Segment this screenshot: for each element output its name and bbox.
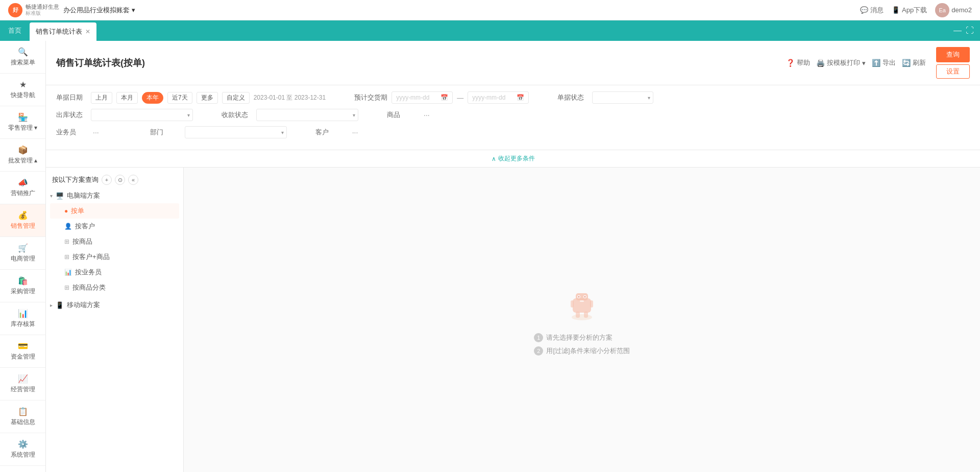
messages-btn[interactable]: 💬 消息 — [860, 6, 884, 15]
scheme-item-by-goodscat-label: 按商品分类 — [72, 283, 106, 292]
receipt-status-select[interactable] — [256, 109, 358, 121]
tab-close-icon[interactable]: ✕ — [85, 28, 90, 35]
sidebar-item-basics[interactable]: 📋 基础信息 — [0, 400, 45, 433]
scheme-item-by-cg-label: 按客户+商品 — [72, 252, 110, 262]
tip-1-label: 请先选择要分析的方案 — [546, 333, 612, 342]
scheme-item-by-staff[interactable]: 📊 按业务员 — [50, 265, 179, 280]
sidebar-item-ecommerce[interactable]: 🛒 电商管理 — [0, 237, 45, 270]
company-selector[interactable]: 办公用品行业模拟账套 ▾ — [63, 6, 135, 15]
setting-btn[interactable]: 设置 — [936, 64, 970, 79]
mobile-group-label: 移动端方案 — [67, 300, 100, 310]
query-btn[interactable]: 查询 — [936, 47, 970, 62]
refresh-icon: 🔄 — [902, 59, 911, 67]
scheme-group-mobile-header[interactable]: ▸ 📱 移动端方案 — [46, 297, 183, 313]
scheme-collapse-btn[interactable]: « — [128, 175, 138, 185]
help-btn[interactable]: ❓ 帮助 — [786, 58, 810, 67]
template-print-btn[interactable]: 🖨️ 按模板打印 ▾ — [816, 58, 866, 67]
export-btn[interactable]: ⬆️ 导出 — [872, 58, 896, 67]
main-layout: 🔍 搜索菜单 ★ 快捷导航 🏪 零售管理 ▾ 📦 批发管理 ▴ 📣 营销推广 💰… — [0, 41, 980, 472]
query-setting-group: 查询 设置 — [936, 47, 970, 79]
company-dropdown-icon: ▾ — [132, 6, 135, 14]
tab-minimize-btn[interactable]: — — [953, 26, 962, 35]
collapse-btn[interactable]: ∧ 收起更多条件 — [492, 154, 535, 163]
print-icon: 🖨️ — [816, 59, 825, 67]
sidebar-item-purchase[interactable]: 🛍️ 采购管理 — [0, 270, 45, 302]
sidebar-item-operations[interactable]: 📈 经营管理 — [0, 368, 45, 400]
purchase-icon: 🛍️ — [18, 276, 28, 286]
sidebar-item-sales[interactable]: 💰 销售管理 — [0, 204, 45, 237]
scheme-item-by-customer[interactable]: 👤 按客户 — [50, 219, 179, 234]
filter-area: 单据日期 上月 本月 本年 近7天 更多 自定义 2023-01-01 至 20… — [46, 85, 980, 150]
avatar: Ea — [935, 3, 949, 17]
tip-2-label: 用[过滤]条件来缩小分析范围 — [546, 346, 629, 356]
svg-rect-10 — [576, 312, 580, 318]
date-range-display: 2023-01-01 至 2023-12-31 — [254, 93, 326, 102]
date-btn-more[interactable]: 更多 — [197, 92, 218, 104]
sidebar-item-quicknav[interactable]: ★ 快捷导航 — [0, 74, 45, 106]
export-icon: ⬆️ — [872, 59, 880, 67]
dept-select[interactable] — [185, 126, 287, 138]
customer-ellipsis-btn[interactable]: ··· — [350, 126, 360, 138]
sidebar-item-search-label: 搜索菜单 — [11, 58, 35, 67]
date-btn-this-year[interactable]: 本年 — [142, 92, 163, 104]
tab-home[interactable]: 首页 — [0, 20, 30, 41]
sidebar-item-retail[interactable]: 🏪 零售管理 ▾ — [0, 106, 45, 139]
sidebar-item-inventory-label: 库存核算 — [11, 320, 35, 328]
sidebar-item-search[interactable]: 🔍 搜索菜单 — [0, 41, 45, 74]
by-cg-icon: ⊞ — [64, 253, 69, 261]
out-status-select[interactable] — [91, 109, 193, 121]
message-icon: 💬 — [860, 6, 868, 14]
sidebar-item-inventory[interactable]: 📊 库存核算 — [0, 302, 45, 335]
user-area[interactable]: Ea demo2 — [935, 3, 972, 17]
date-btn-last-month[interactable]: 上月 — [91, 92, 112, 104]
tip-num-1: 1 — [534, 333, 543, 342]
by-staff-icon: 📊 — [64, 269, 72, 276]
svg-rect-9 — [590, 300, 593, 308]
scheme-copy-btn[interactable]: ⊙ — [115, 175, 125, 185]
sidebar-item-system[interactable]: ⚙️ 系统管理 — [0, 433, 45, 466]
page-actions: ❓ 帮助 🖨️ 按模板打印 ▾ ⬆️ 导出 🔄 刷新 查询 — [786, 47, 970, 79]
tab-sales-order-stat[interactable]: 销售订单统计表 ✕ — [30, 22, 96, 41]
app-download-btn[interactable]: 📱 App下载 — [892, 6, 927, 15]
sidebar-item-retail-label: 零售管理 ▾ — [8, 124, 37, 132]
date-btn-7days[interactable]: 近7天 — [167, 92, 192, 104]
tab-bar-actions: — ⛶ — [953, 26, 980, 35]
scheme-group-mobile: ▸ 📱 移动端方案 — [46, 297, 183, 313]
sidebar-item-enterprise[interactable]: 🤝 企业协同 — [0, 466, 45, 472]
out-status-select-wrap: ▾ — [91, 109, 193, 121]
filter-row-date: 单据日期 上月 本月 本年 近7天 更多 自定义 2023-01-01 至 20… — [56, 91, 970, 104]
help-label: 帮助 — [797, 58, 810, 67]
scheme-list-pc: ● 按单 👤 按客户 ⊞ 按商品 ⊞ 按客户+ — [46, 203, 183, 295]
staff-ellipsis-btn[interactable]: ··· — [91, 126, 101, 138]
scheme-item-by-customer-goods[interactable]: ⊞ 按客户+商品 — [50, 249, 179, 265]
scheme-group-pc-header[interactable]: ▾ 🖥️ 电脑端方案 — [46, 188, 183, 203]
quicknav-icon: ★ — [19, 80, 27, 89]
scheme-item-by-goods-label: 按商品 — [72, 237, 92, 246]
refresh-btn[interactable]: 🔄 刷新 — [902, 58, 926, 67]
date-btn-custom[interactable]: 自定义 — [222, 92, 250, 104]
scheme-item-by-goods[interactable]: ⊞ 按商品 — [50, 234, 179, 249]
sidebar-item-wholesale[interactable]: 📦 批发管理 ▴ — [0, 139, 45, 172]
refresh-label: 刷新 — [913, 58, 926, 67]
scheme-panel: 按以下方案查询 + ⊙ « ▾ 🖥️ 电脑端方案 ● 按单 — [46, 168, 184, 472]
basics-icon: 📋 — [18, 407, 28, 416]
empty-state: 1 请先选择要分析的方案 2 用[过滤]条件来缩小分析范围 — [534, 284, 629, 356]
delivery-date-start[interactable]: yyyy-mm-dd 📅 — [391, 91, 453, 104]
sidebar-item-marketing[interactable]: 📣 营销推广 — [0, 172, 45, 204]
scheme-group-pc: ▾ 🖥️ 电脑端方案 ● 按单 👤 按客户 — [46, 188, 183, 295]
status-select[interactable] — [592, 91, 653, 104]
delivery-date-end[interactable]: yyyy-mm-dd 📅 — [468, 91, 529, 104]
sidebar-item-finance[interactable]: 💳 资金管理 — [0, 335, 45, 368]
date-btn-this-month[interactable]: 本月 — [116, 92, 138, 104]
ecommerce-icon: 🛒 — [18, 243, 28, 253]
export-label: 导出 — [883, 58, 896, 67]
tip-num-2: 2 — [534, 346, 543, 356]
goods-ellipsis-btn[interactable]: ··· — [422, 109, 432, 121]
tab-maximize-btn[interactable]: ⛶ — [966, 26, 974, 35]
sidebar-item-system-label: 系统管理 — [11, 451, 35, 459]
scheme-item-by-goodscat[interactable]: ⊞ 按商品分类 — [50, 280, 179, 295]
delivery-end-placeholder: yyyy-mm-dd — [472, 94, 505, 101]
top-bar-right: 💬 消息 📱 App下载 Ea demo2 — [860, 3, 972, 17]
scheme-add-btn[interactable]: + — [102, 175, 112, 185]
scheme-item-by-order[interactable]: ● 按单 — [50, 203, 179, 219]
